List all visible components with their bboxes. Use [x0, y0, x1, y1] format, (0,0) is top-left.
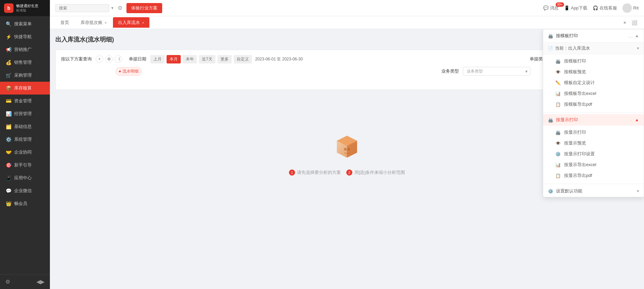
dropdown-item-display-preview[interactable]: 👁️ 按显示预览	[543, 138, 644, 149]
message-badge[interactable]: 💬 消息 99+	[543, 5, 559, 11]
flow-tag[interactable]: ● 流水明细	[116, 67, 142, 76]
filter-add-btn[interactable]: +	[96, 55, 103, 63]
template-print-icon: 🖨️	[555, 59, 561, 64]
date-filter-label: 单据日期	[129, 56, 146, 62]
sidebar-item-basic[interactable]: 🗂️ 基础信息	[0, 120, 50, 133]
filter-label: 按以下方案查询	[61, 56, 92, 62]
sales-icon: 💰	[5, 59, 11, 65]
tab-minimize-btn[interactable]: ×	[622, 19, 627, 26]
sidebar-bottom: ⚙ ◀▶	[0, 274, 50, 289]
sidebar-item-member[interactable]: 👑 畅会员	[0, 197, 50, 210]
display-print-group-header[interactable]: 🖨️ 按显示打印 ▲	[543, 114, 644, 126]
dropdown-item-template-pdf[interactable]: 📋 按模板导出pdf	[543, 99, 644, 110]
sidebar-item-search[interactable]: 🔍 搜索菜单	[0, 18, 50, 30]
dropdown-item-display-settings[interactable]: ⚙️ 按显示打印设置	[543, 149, 644, 159]
sidebar-item-collab[interactable]: 🤝 企业协同	[0, 146, 50, 159]
tabs-bar: 首页 库存批次账 × 出入库流水 × × ⬜	[50, 16, 644, 29]
sidebar-collapse-icon[interactable]: ◀▶	[36, 279, 45, 285]
guide-icon: 🎯	[5, 162, 11, 168]
display-pdf-icon: 📋	[555, 173, 561, 178]
tab-batch[interactable]: 库存批次账 ×	[76, 17, 112, 28]
current-section-label: 当前：出入库流水	[555, 45, 590, 51]
operation-icon: 📊	[5, 111, 11, 117]
date-filter: 上月 本月 本年 近7天 更多 自定义 2023-06-01 至 2023-06…	[150, 55, 303, 63]
dropdown-header: 🖨️ 按模板打印 … ▲	[543, 29, 644, 43]
online-service-btn[interactable]: 🎧 在线客服	[593, 5, 617, 11]
user-profile-btn[interactable]: Rit	[622, 3, 639, 13]
dropdown-more-icon[interactable]: …	[628, 33, 633, 38]
sidebar-item-wechat[interactable]: 💬 企业微信	[0, 184, 50, 197]
message-icon: 💬	[543, 5, 549, 10]
sidebar-item-system[interactable]: ⚙️ 系统管理	[0, 133, 50, 146]
marketing-icon: 📢	[5, 47, 11, 53]
template-customize-icon: ✏️	[555, 80, 561, 85]
sidebar-item-operation[interactable]: 📊 经营管理	[0, 107, 50, 120]
finance-icon: 💳	[5, 98, 11, 104]
sidebar-item-purchase[interactable]: 🛒 采购管理	[0, 69, 50, 82]
dropdown-current-section[interactable]: 📄 当前：出入库流水 ▾	[543, 43, 644, 54]
empty-illustration	[330, 129, 364, 163]
dropdown-item-template-print[interactable]: 🖨️ 按模板打印	[543, 56, 644, 67]
sidebar-item-appcenter[interactable]: 📱 应用中心	[0, 172, 50, 184]
sidebar-item-marketing[interactable]: 📢 营销推广	[0, 43, 50, 56]
printer-icon: 🖨️	[548, 33, 553, 38]
display-print-group-icon: 🖨️	[548, 117, 553, 123]
app-download-btn[interactable]: 📱 App下载	[564, 5, 587, 11]
dropdown-item-template-excel[interactable]: 📊 按模板导出excel	[543, 88, 644, 99]
basic-icon: 🗂️	[5, 124, 11, 130]
topbar-search-input[interactable]	[55, 4, 109, 12]
date-last-month-btn[interactable]: 上月	[150, 55, 165, 63]
sidebar-item-guide[interactable]: 🎯 新手引导	[0, 159, 50, 172]
phone-icon: 📱	[564, 5, 569, 10]
inventory-icon: 📦	[5, 85, 11, 91]
collab-icon: 🤝	[5, 149, 11, 155]
dropdown-item-template-customize[interactable]: ✏️ 模板自定义设计	[543, 77, 644, 88]
date-custom-btn[interactable]: 自定义	[234, 55, 252, 63]
date-this-year-btn[interactable]: 本年	[183, 55, 197, 63]
dropdown-item-display-pdf[interactable]: 📋 按显示导出pdf	[543, 170, 644, 181]
template-excel-icon: 📊	[555, 91, 561, 96]
hint-num-1: 1	[289, 169, 295, 176]
display-preview-icon: 👁️	[555, 141, 561, 146]
flow-tag-icon: ●	[119, 69, 121, 74]
message-count: 99+	[556, 2, 564, 7]
date-7days-btn[interactable]: 近7天	[199, 55, 215, 63]
sidebar-item-finance[interactable]: 💳 资金管理	[0, 95, 50, 107]
industry-solution-button[interactable]: 体验行业方案	[126, 3, 162, 13]
svg-point-3	[344, 148, 347, 151]
search-icon: 🔍	[5, 21, 11, 27]
dropdown-divider-1	[543, 112, 644, 113]
filter-collapse-btn[interactable]: 《	[115, 55, 122, 63]
tab-maximize-btn[interactable]: ⬜	[630, 19, 639, 26]
current-section-chevron: ▾	[637, 46, 639, 51]
sidebar-item-shortcut[interactable]: ⚡ 快捷导航	[0, 30, 50, 43]
sidebar-nav: 🔍 搜索菜单 ⚡ 快捷导航 📢 营销推广 💰 销售管理 🛒 采购管理 📦 库存核…	[0, 16, 50, 274]
sidebar-item-sales[interactable]: 💰 销售管理	[0, 56, 50, 69]
biz-type-select[interactable]: 业务类型	[463, 67, 530, 76]
topbar: ▾ ⚙ 体验行业方案 💬 消息 99+ 📱 App下载 🎧 在线客服 Rit	[50, 0, 644, 16]
sidebar-settings-icon[interactable]: ⚙	[5, 279, 10, 285]
dropdown-item-display-excel[interactable]: 📊 按显示导出excel	[543, 159, 644, 170]
topbar-search-dropdown[interactable]: ▾	[111, 5, 114, 10]
dropdown-item-display-print[interactable]: 🖨️ 按显示打印	[543, 127, 644, 138]
dropdown-footer[interactable]: ⚙️ 设置默认功能 ▾	[543, 185, 644, 197]
app-logo-icon: b	[4, 3, 13, 13]
date-more-btn[interactable]: 更多	[217, 55, 232, 63]
topbar-settings-btn[interactable]: ⚙	[118, 5, 122, 11]
dropdown-collapse-icon[interactable]: ▲	[635, 33, 639, 38]
filter-settings-btn[interactable]: ⚙	[105, 55, 113, 63]
tab-controls: × ⬜	[622, 19, 639, 26]
dropdown-header-title-area: 🖨️ 按模板打印	[548, 33, 578, 39]
tab-home[interactable]: 首页	[55, 17, 74, 28]
template-pdf-icon: 📋	[555, 102, 561, 107]
tab-batch-close[interactable]: ×	[105, 21, 107, 25]
display-excel-icon: 📊	[555, 162, 561, 167]
tab-flow[interactable]: 出入库流水 ×	[113, 17, 149, 28]
empty-state-image	[330, 129, 364, 163]
sidebar-item-inventory[interactable]: 📦 库存核算	[0, 82, 50, 95]
tab-flow-close[interactable]: ×	[142, 21, 144, 25]
settings-default-icon: ⚙️	[548, 189, 553, 194]
purchase-icon: 🛒	[5, 72, 11, 78]
date-this-month-btn[interactable]: 本月	[167, 55, 181, 63]
dropdown-item-template-preview[interactable]: 👁️ 按模板预览	[543, 67, 644, 77]
